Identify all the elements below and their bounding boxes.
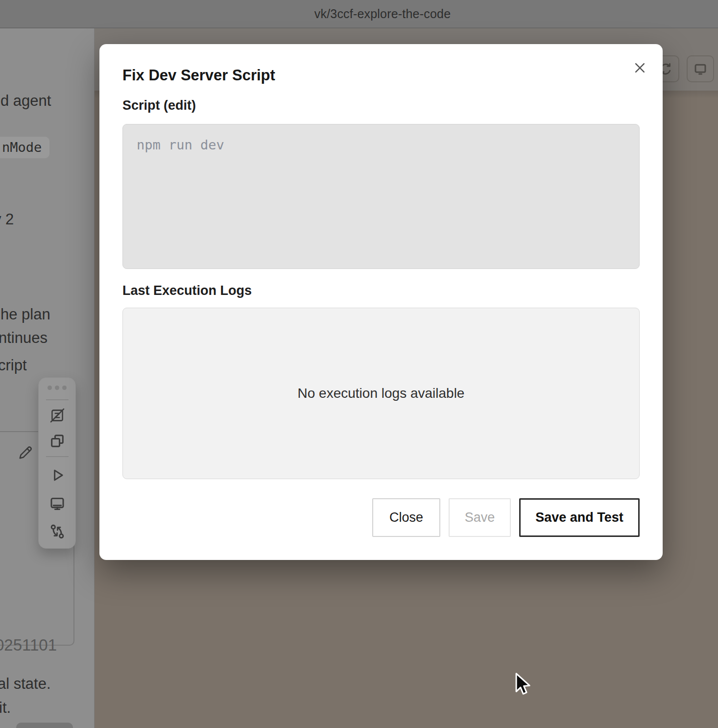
fix-dev-server-dialog: Fix Dev Server Script Script (edit) Last… bbox=[99, 44, 663, 560]
toolbar-divider bbox=[46, 399, 69, 400]
sidebar-text-fragment: d agent bbox=[0, 92, 51, 110]
sidebar-text-fragment: al state. bbox=[0, 675, 51, 693]
close-button[interactable]: Close bbox=[372, 498, 440, 537]
dialog-title: Fix Dev Server Script bbox=[122, 67, 275, 84]
sidebar-bottom-button[interactable] bbox=[16, 723, 73, 728]
sidebar-text-fragment: he plan bbox=[0, 306, 50, 323]
script-section-label: Script (edit) bbox=[122, 98, 196, 113]
mode-badge: nMode bbox=[0, 137, 49, 158]
frame-z-icon[interactable] bbox=[48, 406, 67, 425]
sidebar-text-fragment: y 2 bbox=[0, 211, 14, 228]
edit-pencil-icon[interactable] bbox=[17, 444, 34, 461]
sidebar-text-fragment: ntinues bbox=[0, 329, 48, 347]
chat-sidebar: d agent nMode y 2 he plan ntinues cript bbox=[0, 28, 95, 728]
save-and-test-button[interactable]: Save and Test bbox=[519, 498, 640, 537]
execution-logs-box: No execution logs available bbox=[122, 308, 640, 479]
logs-section-label: Last Execution Logs bbox=[122, 283, 252, 298]
close-icon[interactable] bbox=[629, 57, 650, 78]
sidebar-text-fragment: cript bbox=[0, 357, 27, 374]
copy-icon[interactable] bbox=[48, 431, 67, 451]
monitor-button[interactable] bbox=[687, 55, 714, 82]
sidebar-text-fragment: it. bbox=[0, 699, 11, 717]
window-title: vk/3ccf-explore-the-code bbox=[314, 7, 451, 21]
script-textarea[interactable] bbox=[122, 124, 640, 269]
window-titlebar: vk/3ccf-explore-the-code bbox=[0, 0, 718, 28]
logs-empty-message: No execution logs available bbox=[298, 386, 465, 401]
floating-toolbar bbox=[38, 377, 76, 549]
play-icon[interactable] bbox=[48, 465, 67, 485]
git-diff-icon[interactable] bbox=[48, 522, 67, 541]
save-button[interactable]: Save bbox=[449, 498, 511, 537]
dialog-footer: Close Save Save and Test bbox=[122, 498, 640, 537]
sidebar-text-fragment: 0251101 bbox=[0, 636, 57, 655]
monitor-icon[interactable] bbox=[48, 494, 67, 513]
toolbar-divider bbox=[46, 456, 69, 457]
drag-handle-icon[interactable] bbox=[39, 386, 75, 390]
